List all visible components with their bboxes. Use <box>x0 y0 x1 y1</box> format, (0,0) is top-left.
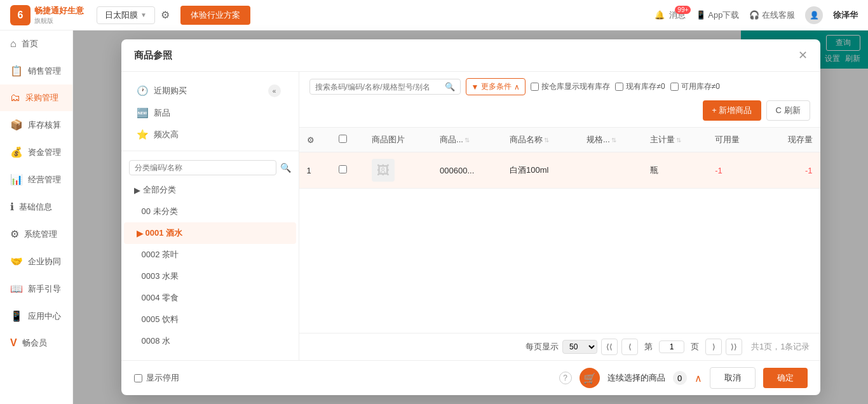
add-product-button[interactable]: + 新增商品 <box>703 100 761 121</box>
th-spec[interactable]: 规格...⇅ <box>579 128 642 152</box>
new-icon: 🆕 <box>137 107 149 119</box>
page-last-btn[interactable]: ⟩⟩ <box>726 339 742 355</box>
confirm-button[interactable]: 确定 <box>763 368 808 388</box>
filter-recent[interactable]: 🕐 近期购买 « <box>129 79 291 102</box>
th-code[interactable]: 商品...⇅ <box>432 128 502 152</box>
per-page-label: 每页显示 <box>526 341 559 353</box>
checkbox-available-input[interactable] <box>670 83 679 91</box>
sidebar-item-basic-info[interactable]: ℹ 基础信息 <box>0 193 72 220</box>
filter-frequent[interactable]: ⭐ 频次高 <box>129 124 291 145</box>
cat-0010[interactable]: 0010 家电 <box>124 352 296 353</box>
row-img-cell: 🖼 <box>364 152 432 189</box>
topbar-right: 🔔 99+ 消息 📱 App下载 🎧 在线客服 👤 徐泽华 <box>654 6 858 24</box>
quick-filter-group: 🕐 近期购买 « 🆕 新品 ⭐ 频次高 <box>121 79 299 145</box>
cat-0008[interactable]: 0008 水 <box>124 330 296 352</box>
sidebar-item-home[interactable]: ⌂ 首页 <box>0 30 72 57</box>
cat-all[interactable]: ▶ 全部分类 <box>124 179 296 201</box>
cat-0005[interactable]: 0005 饮料 <box>124 309 296 330</box>
cat-0003[interactable]: 0003 水果 <box>124 266 296 287</box>
sidebar-item-purchase[interactable]: 🗂 采购管理 <box>0 84 72 111</box>
product-reference-modal: 商品参照 ✕ 🕐 近期购买 « 🆕 新品 ⭐ <box>121 39 820 395</box>
th-settings[interactable]: ⚙ <box>299 128 332 152</box>
th-checkbox[interactable] <box>331 128 364 152</box>
sidebar-item-business[interactable]: 📊 经营管理 <box>0 166 72 193</box>
cat-label-0004: 0004 零食 <box>142 292 179 304</box>
show-disabled-checkbox[interactable] <box>134 374 142 382</box>
checkbox-stock-input[interactable] <box>615 83 623 91</box>
product-search-icon[interactable]: 🔍 <box>445 82 455 91</box>
frequent-icon: ⭐ <box>137 129 149 140</box>
category-search-icon[interactable]: 🔍 <box>280 163 291 173</box>
per-page-select[interactable]: 50 100 200 <box>562 340 597 354</box>
cart-icon[interactable]: 🛒 <box>580 368 600 388</box>
page-first-btn[interactable]: ⟨⟨ <box>601 339 618 355</box>
notification-bell[interactable]: 🔔 99+ 消息 <box>654 10 686 21</box>
row-checkbox[interactable] <box>339 165 347 173</box>
category-search-row: 🔍 <box>121 156 299 179</box>
help-icon[interactable]: ? <box>559 372 572 384</box>
checkbox-stock-nonzero[interactable]: 现有库存≠0 <box>615 81 665 92</box>
row-no: 1 <box>299 152 332 189</box>
app-download[interactable]: 📱 App下载 <box>696 10 739 21</box>
sidebar-item-finance[interactable]: 💰 资金管理 <box>0 138 72 166</box>
settings-icon[interactable]: ⚙ <box>155 5 175 25</box>
checkbox-available-nonzero[interactable]: 可用库存≠0 <box>670 81 720 92</box>
show-disabled-label[interactable]: 显示停用 <box>134 372 179 384</box>
cat-label-all: 全部分类 <box>143 184 176 196</box>
category-search-input[interactable] <box>129 160 276 175</box>
filter-new[interactable]: 🆕 新品 <box>129 102 291 124</box>
sidebar-label-sales: 销售管理 <box>28 65 61 77</box>
cat-label-00: 00 未分类 <box>142 206 178 217</box>
checkbox-warehouse[interactable]: 按仓库显示现有库存 <box>531 81 610 92</box>
user-name[interactable]: 徐泽华 <box>833 10 858 21</box>
th-name[interactable]: 商品名称⇅ <box>502 128 579 152</box>
sidebar-item-sales[interactable]: 📋 销售管理 <box>0 57 72 84</box>
page-prev-btn[interactable]: ⟨ <box>621 339 638 355</box>
online-service[interactable]: 🎧 在线客服 <box>749 10 795 21</box>
select-all-checkbox[interactable] <box>339 135 347 143</box>
refresh-button[interactable]: C 刷新 <box>766 100 810 121</box>
table-header-row: ⚙ 商品图片 商品...⇅ 商品名称⇅ 规格...⇅ 主计量⇅ 可用量 现存量 <box>299 128 820 152</box>
footer-right: ? 🛒 连续选择的商品 0 ∧ 取消 确定 <box>559 367 808 389</box>
trial-button[interactable]: 体验行业方案 <box>180 6 250 25</box>
product-search-input[interactable] <box>315 83 442 91</box>
modal-footer: 显示停用 ? 🛒 连续选择的商品 0 ∧ 取消 确定 <box>121 360 820 395</box>
page-number-input[interactable] <box>659 340 684 353</box>
sidebar-item-system[interactable]: ⚙ 系统管理 <box>0 220 72 248</box>
collapse-left-btn[interactable]: « <box>268 84 281 97</box>
sidebar-item-guide[interactable]: 📖 新手引导 <box>0 275 72 302</box>
row-name: 白酒100ml <box>502 152 579 189</box>
cat-uncategorized[interactable]: 00 未分类 <box>124 201 296 222</box>
th-available: 可用量 <box>707 128 764 152</box>
cat-0002[interactable]: 0002 茶叶 <box>124 244 296 266</box>
product-table: ⚙ 商品图片 商品...⇅ 商品名称⇅ 规格...⇅ 主计量⇅ 可用量 现存量 <box>299 128 820 189</box>
product-thumbnail: 🖼 <box>372 159 395 182</box>
cancel-button[interactable]: 取消 <box>710 367 756 389</box>
modal-header: 商品参照 ✕ <box>121 39 820 72</box>
checkbox-warehouse-input[interactable] <box>531 83 539 91</box>
more-filter-button[interactable]: ▼ 更多条件 ∧ <box>466 78 526 95</box>
nav-selector[interactable]: 日太阳膜 ▼ <box>97 6 155 24</box>
cat-0001[interactable]: ▶ 0001 酒水 <box>124 222 296 244</box>
cat-0004[interactable]: 0004 零食 <box>124 287 296 309</box>
sales-icon: 📋 <box>10 65 23 77</box>
nav-arrow-icon: ▼ <box>140 11 147 18</box>
pagination: 每页显示 50 100 200 ⟨⟨ ⟨ 第 页 ⟩ ⟩⟩ 共1页，1条记录 <box>299 333 820 360</box>
collapse-cart-icon[interactable]: ∧ <box>695 372 702 384</box>
sidebar-item-apps[interactable]: 📱 应用中心 <box>0 302 72 330</box>
th-unit[interactable]: 主计量⇅ <box>642 128 708 152</box>
sidebar-item-member[interactable]: V 畅会员 <box>0 330 72 356</box>
th-img: 商品图片 <box>364 128 432 152</box>
cat-label-0001: 0001 酒水 <box>146 227 183 239</box>
page-label-2: 页 <box>691 341 699 353</box>
guide-icon: 📖 <box>10 283 23 295</box>
row-checkbox-cell[interactable] <box>331 152 364 189</box>
sidebar-label-apps: 应用中心 <box>28 311 61 322</box>
filter-icon: ▼ <box>471 83 479 91</box>
bell-icon: 🔔 <box>654 10 665 20</box>
modal-close-icon[interactable]: ✕ <box>798 48 808 62</box>
sidebar-item-inventory[interactable]: 📦 库存核算 <box>0 111 72 138</box>
sidebar-item-collab[interactable]: 🤝 企业协同 <box>0 248 72 275</box>
modal-toolbar: 🔍 ▼ 更多条件 ∧ 按仓库显示现有库存 现有库存≠0 <box>299 72 820 128</box>
page-next-btn[interactable]: ⟩ <box>705 339 722 355</box>
